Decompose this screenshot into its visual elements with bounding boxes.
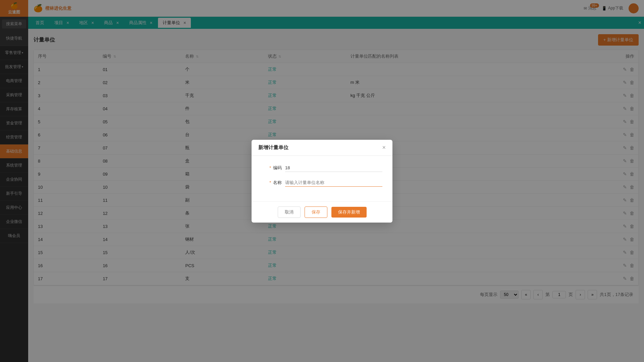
- modal-title: 新增计量单位: [258, 144, 288, 151]
- modal-add-unit: 新增计量单位 × * 编码 * 名称 取消 保存 保存并新增: [252, 140, 392, 223]
- modal-footer: 取消 保存 保存并新增: [252, 201, 392, 223]
- modal-close-button[interactable]: ×: [382, 144, 386, 150]
- name-label: * 名称: [262, 180, 282, 186]
- required-mark: *: [269, 180, 271, 185]
- name-input[interactable]: [285, 179, 382, 187]
- required-mark: *: [269, 165, 271, 170]
- modal-header: 新增计量单位 ×: [252, 140, 392, 156]
- code-input[interactable]: [285, 164, 382, 172]
- modal-overlay: 新增计量单位 × * 编码 * 名称 取消 保存 保存并新增: [0, 0, 644, 362]
- save-button[interactable]: 保存: [305, 206, 327, 218]
- save-and-new-button[interactable]: 保存并新增: [331, 207, 367, 218]
- form-row-name: * 名称: [262, 179, 382, 187]
- code-label: * 编码: [262, 165, 282, 171]
- cancel-button[interactable]: 取消: [278, 206, 301, 218]
- form-row-code: * 编码: [262, 164, 382, 172]
- modal-body: * 编码 * 名称: [252, 156, 392, 201]
